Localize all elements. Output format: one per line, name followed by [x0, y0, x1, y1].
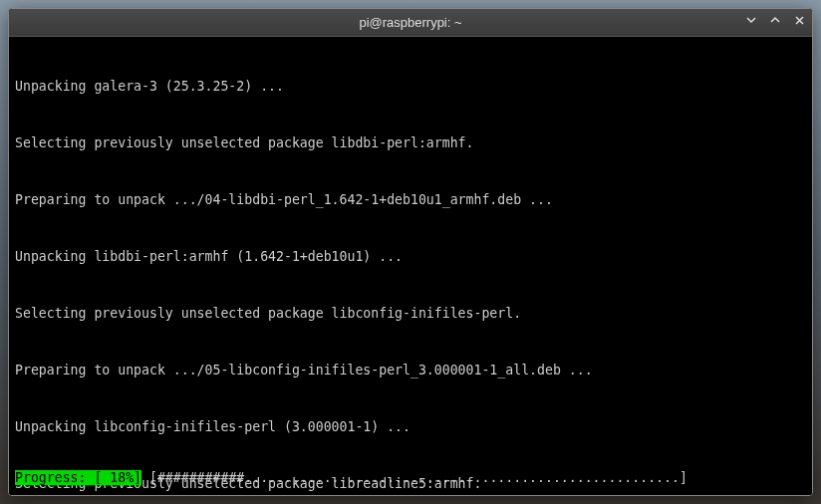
chevron-down-icon	[745, 14, 757, 26]
progress-bar: [###########............................…	[141, 470, 695, 485]
terminal-window: pi@raspberrypi: ~ Unpacking galera-3 (25…	[8, 8, 813, 496]
output-line: Preparing to unpack .../04-libdbi-perl_1…	[15, 190, 806, 209]
close-button[interactable]	[792, 13, 806, 27]
minimize-button[interactable]	[744, 13, 758, 27]
chevron-up-icon	[769, 14, 781, 26]
close-icon	[794, 15, 805, 26]
maximize-button[interactable]	[768, 13, 782, 27]
output-line: Preparing to unpack .../05-libconfig-ini…	[15, 361, 806, 379]
terminal-output: Unpacking galera-3 (25.3.25-2) ... Selec…	[15, 39, 806, 495]
output-line: Unpacking libdbi-perl:armhf (1.642-1+deb…	[15, 247, 806, 266]
window-controls	[744, 13, 806, 27]
progress-status: Progress: [ 18%] [###########...........…	[15, 468, 695, 487]
output-line: Selecting previously unselected package …	[15, 133, 806, 152]
output-line: Unpacking libconfig-inifiles-perl (3.000…	[15, 417, 806, 436]
output-line: Unpacking galera-3 (25.3.25-2) ...	[15, 77, 806, 96]
window-title: pi@raspberrypi: ~	[359, 15, 461, 30]
terminal-body[interactable]: Unpacking galera-3 (25.3.25-2) ... Selec…	[9, 37, 812, 495]
output-line: Selecting previously unselected package …	[15, 304, 806, 323]
titlebar[interactable]: pi@raspberrypi: ~	[9, 9, 812, 37]
progress-percent: Progress: [ 18%]	[15, 470, 141, 485]
